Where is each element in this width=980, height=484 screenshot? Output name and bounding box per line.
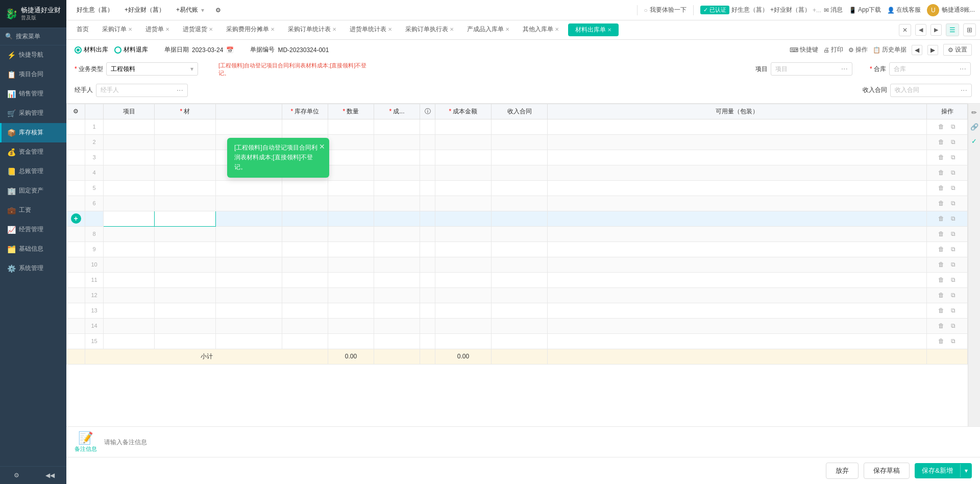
row-income-1[interactable] bbox=[492, 119, 548, 134]
sidebar-item-finance[interactable]: 💰 资金管理 bbox=[0, 142, 66, 162]
row-delete-13[interactable]: 🗑 bbox=[937, 306, 946, 315]
sidebar-settings-btn[interactable]: ⚙ bbox=[0, 467, 33, 484]
row-copy-14[interactable]: ⧉ bbox=[949, 321, 958, 330]
sidebar-item-inventory[interactable]: 📦 库存核算 bbox=[0, 123, 66, 142]
row-delete-9[interactable]: 🗑 bbox=[937, 245, 946, 254]
sec-tab-inbound-return-close[interactable]: ✕ bbox=[209, 27, 213, 32]
right-panel-edit-icon[interactable]: ✏ bbox=[969, 108, 979, 118]
nav-prev-btn[interactable]: ◀ bbox=[915, 24, 926, 36]
row-delete-7[interactable]: 🗑 bbox=[937, 214, 946, 223]
sec-tab-other-inbound-close[interactable]: ✕ bbox=[555, 27, 559, 32]
nav-prev-doc[interactable]: ◀ bbox=[912, 45, 922, 55]
search-menu-item[interactable]: 🔍 搜索菜单 bbox=[0, 28, 66, 45]
row-copy-1[interactable]: ⧉ bbox=[949, 122, 958, 131]
row-material-1[interactable] bbox=[155, 119, 216, 134]
sec-tab-material-outbound-close[interactable]: ✕ bbox=[607, 27, 611, 33]
topbar-tab-yidaizhang[interactable]: +易代账 ▾ bbox=[171, 3, 209, 17]
th-available[interactable]: 可用量（包装） bbox=[548, 104, 927, 119]
income-contract-input[interactable]: 收入合同 ··· bbox=[890, 84, 972, 97]
sec-tab-inbound-stats-close[interactable]: ✕ bbox=[388, 27, 392, 32]
sec-tab-inbound-return[interactable]: 进货退货 ✕ bbox=[177, 22, 219, 38]
sidebar-item-purchase[interactable]: 🛒 采购管理 bbox=[0, 104, 66, 123]
income-contract-dots-icon[interactable]: ··· bbox=[961, 86, 967, 94]
topbar-tab-yecai[interactable]: +好业财（菖） bbox=[119, 3, 170, 17]
project-dots-icon[interactable]: ··· bbox=[841, 65, 848, 73]
row-copy-7[interactable]: ⧉ bbox=[949, 214, 958, 223]
row-delete-2[interactable]: 🗑 bbox=[937, 137, 946, 147]
th-cost[interactable]: * 成... bbox=[374, 104, 420, 119]
row-delete-5[interactable]: 🗑 bbox=[937, 183, 946, 192]
sec-tab-other-inbound[interactable]: 其他入库单 ✕ bbox=[517, 22, 565, 38]
row-copy-2[interactable]: ⧉ bbox=[949, 137, 958, 147]
add-row-btn[interactable]: + bbox=[71, 213, 81, 224]
sidebar-item-quicknav[interactable]: ⚡ 快捷导航 bbox=[0, 45, 66, 65]
user-avatar[interactable]: U 畅捷通8账... bbox=[927, 4, 975, 16]
settings-btn[interactable]: ⚙ 设置 bbox=[943, 44, 972, 56]
discard-button[interactable]: 放弃 bbox=[826, 463, 859, 479]
row-unit-1[interactable] bbox=[282, 119, 328, 134]
row-cost-amt-1[interactable] bbox=[435, 119, 492, 134]
save-draft-button[interactable]: 保存草稿 bbox=[864, 463, 910, 479]
row-copy-9[interactable]: ⧉ bbox=[949, 245, 958, 254]
calendar-icon[interactable]: 📅 bbox=[226, 46, 234, 54]
operation-btn[interactable]: ⚙ 操作 bbox=[848, 45, 868, 54]
sec-tab-purchase-order[interactable]: 采购订单 ✕ bbox=[96, 22, 138, 38]
th-project[interactable]: 项目 bbox=[104, 104, 155, 119]
sidebar-item-project[interactable]: 📋 项目合同 bbox=[0, 65, 66, 84]
view-toggle-list[interactable]: ☰ bbox=[946, 23, 959, 36]
online-service-btn[interactable]: 👤 在线客服 bbox=[887, 6, 921, 14]
radio-material-return[interactable]: 材料退库 bbox=[114, 45, 148, 54]
quick-key-btn[interactable]: ⌨ 快捷键 bbox=[790, 45, 818, 54]
sec-tab-purchase-stats[interactable]: 采购订单统计表 ✕ bbox=[282, 22, 342, 38]
handler-dots-icon[interactable]: ··· bbox=[177, 86, 183, 94]
sidebar-item-payroll[interactable]: 💼 工资 bbox=[0, 201, 66, 220]
row-delete-4[interactable]: 🗑 bbox=[937, 168, 946, 177]
active-input-1[interactable] bbox=[107, 215, 151, 222]
sec-tab-finished-goods[interactable]: 产成品入库单 ✕ bbox=[461, 22, 516, 38]
th-settings[interactable]: ⚙ bbox=[67, 104, 85, 119]
row-copy-6[interactable]: ⧉ bbox=[949, 199, 958, 208]
row-active-cell-2[interactable] bbox=[155, 211, 216, 226]
nav-next-btn[interactable]: ▶ bbox=[930, 24, 942, 36]
th-stock-unit[interactable]: * 库存单位 bbox=[282, 104, 328, 119]
row-delete-12[interactable]: 🗑 bbox=[937, 291, 946, 300]
nav-next-doc[interactable]: ▶ bbox=[927, 45, 938, 55]
th-quantity[interactable]: * 数量 bbox=[328, 104, 374, 119]
print-btn[interactable]: 🖨 打印 bbox=[823, 45, 843, 54]
row-delete-1[interactable]: 🗑 bbox=[937, 122, 946, 131]
row-copy-15[interactable]: ⧉ bbox=[949, 336, 958, 346]
row-copy-8[interactable]: ⧉ bbox=[949, 229, 958, 238]
topbar-settings-tab[interactable]: ⚙ bbox=[210, 4, 226, 17]
sec-tab-home[interactable]: 首页 bbox=[70, 22, 95, 38]
row-delete-11[interactable]: 🗑 bbox=[937, 275, 946, 284]
sidebar-item-basic[interactable]: 🗂️ 基础信息 bbox=[0, 239, 66, 259]
business-type-select[interactable]: 工程领料 ▾ bbox=[106, 62, 198, 76]
row-copy-12[interactable]: ⧉ bbox=[949, 291, 958, 300]
warehouse-input[interactable]: 合库 ··· bbox=[889, 62, 971, 76]
sec-tab-inbound-stats[interactable]: 进货单统计表 ✕ bbox=[344, 22, 398, 38]
sidebar-collapse-btn[interactable]: ◀◀ bbox=[33, 467, 66, 484]
th-material-name[interactable] bbox=[216, 104, 282, 119]
sec-tab-purchase-expense[interactable]: 采购费用分摊单 ✕ bbox=[220, 22, 281, 38]
view-toggle-grid[interactable]: ⊞ bbox=[963, 23, 976, 36]
row-delete-14[interactable]: 🗑 bbox=[937, 321, 946, 330]
th-material[interactable]: * 材 bbox=[155, 104, 216, 119]
verify-label[interactable]: 我要体验一下 bbox=[650, 6, 687, 14]
handler-input[interactable]: 经手人 ··· bbox=[96, 84, 188, 97]
topbar-tab-dropdown-icon[interactable]: ▾ bbox=[201, 7, 204, 14]
sidebar-item-system[interactable]: ⚙️ 系统管理 bbox=[0, 259, 66, 278]
row-active-cell-1[interactable] bbox=[104, 211, 155, 226]
row-copy-13[interactable]: ⧉ bbox=[949, 306, 958, 315]
topbar-tab-shengyi[interactable]: 好生意（菖） bbox=[71, 3, 118, 17]
notes-input[interactable] bbox=[102, 437, 972, 448]
active-input-2[interactable] bbox=[158, 215, 212, 222]
sec-tab-purchase-stats-close[interactable]: ✕ bbox=[332, 27, 336, 32]
row-delete-10[interactable]: 🗑 bbox=[937, 260, 946, 269]
row-qty-1[interactable] bbox=[328, 119, 374, 134]
sec-tab-inbound[interactable]: 进货单 ✕ bbox=[139, 22, 176, 38]
th-cost-info[interactable]: ⓘ bbox=[420, 104, 435, 119]
row-cost-1[interactable] bbox=[374, 119, 420, 134]
sec-tab-inbound-close[interactable]: ✕ bbox=[165, 27, 169, 32]
sidebar-item-ops[interactable]: 📈 经营管理 bbox=[0, 220, 66, 239]
th-cost-amount[interactable]: * 成本金额 bbox=[435, 104, 492, 119]
